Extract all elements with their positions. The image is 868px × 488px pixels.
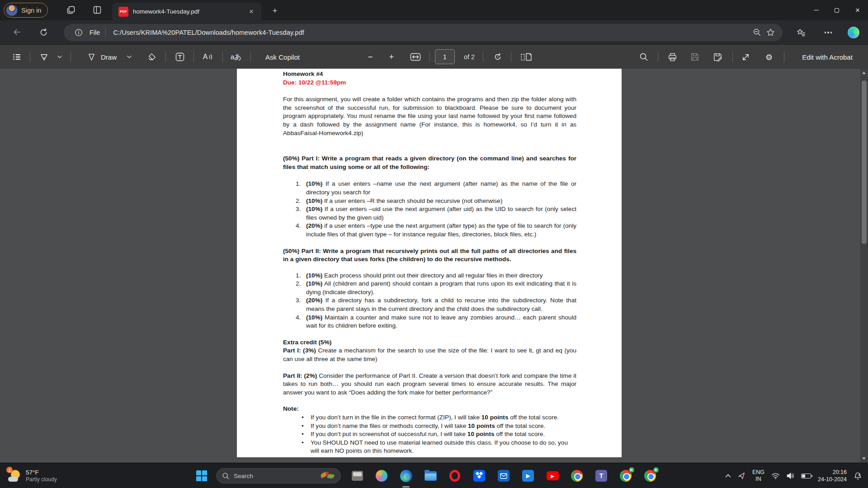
copilot-icon[interactable] — [846, 25, 861, 40]
zoom-out-page-icon[interactable] — [750, 26, 764, 39]
battery-icon[interactable] — [798, 467, 814, 485]
browser-menu-icon[interactable] — [821, 25, 835, 40]
taskbar-media-player-icon[interactable]: ▶ — [518, 466, 538, 486]
expand-icon[interactable] — [737, 50, 754, 64]
list-item: 2.(10%) If a user enters –R the search s… — [283, 197, 576, 206]
taskbar: 1 57°F Partly cloudy Search — [0, 463, 868, 488]
favorite-star-icon[interactable] — [764, 26, 777, 39]
list-item: 3.(20%) If a directory has a subdirector… — [283, 296, 576, 313]
back-icon[interactable] — [10, 25, 24, 39]
page-count-label: of 2 — [459, 50, 479, 64]
taskbar-youtube-icon[interactable]: ▶ — [542, 466, 562, 486]
notification-bell-icon[interactable] — [850, 467, 865, 485]
taskbar-app-window-icon[interactable] — [347, 466, 367, 486]
doc-note-heading: Note: — [283, 405, 576, 413]
zoom-out-icon[interactable]: − — [363, 50, 378, 64]
taskbar-edge-icon[interactable] — [396, 466, 416, 486]
fit-to-width-icon[interactable] — [407, 50, 424, 64]
location-arrow-icon[interactable] — [734, 467, 749, 485]
add-text-icon[interactable] — [172, 50, 188, 64]
print-icon[interactable] — [664, 50, 681, 64]
translate-icon[interactable]: aあ — [226, 50, 246, 64]
search-document-icon[interactable] — [636, 50, 652, 64]
taskbar-outlook-icon[interactable] — [494, 466, 514, 486]
edit-with-acrobat-button[interactable]: Edit with Acrobat — [792, 50, 863, 64]
scrollbar-thumb[interactable] — [862, 80, 867, 244]
address-url-text[interactable]: C:/Users/KRIMA%20PATEL/Downloads/homewor… — [113, 29, 750, 36]
ask-copilot-button[interactable]: Ask Copilot — [258, 50, 307, 64]
taskbar-opera-icon[interactable] — [445, 466, 465, 486]
search-placeholder: Search — [234, 473, 319, 479]
toolbar-divider — [71, 52, 71, 62]
highlighter-chevron-icon[interactable] — [53, 50, 66, 64]
refresh-icon[interactable] — [36, 25, 51, 39]
active-app-indicator — [402, 486, 410, 488]
language-indicator[interactable]: ENGIN — [749, 469, 768, 483]
window-minimize-button[interactable] — [806, 0, 826, 20]
pdf-viewer: Homework #4 Due: 10/22 @11:59pm For this… — [0, 69, 868, 463]
ellipsis-icon — [825, 32, 832, 33]
window-maximize-button[interactable] — [826, 0, 847, 20]
favorites-list-icon[interactable] — [794, 25, 808, 40]
address-scheme-label: File — [90, 29, 100, 36]
doc-title: Homework #4 — [283, 70, 576, 79]
toolbar-divider — [511, 52, 511, 62]
screen: Sign in PDF homework4-Tuesday.pdf × + × — [0, 0, 868, 488]
window-close-button[interactable]: × — [847, 0, 868, 20]
tab-close-icon[interactable]: × — [246, 6, 257, 17]
taskbar-dropbox-icon[interactable] — [469, 466, 489, 486]
tab-title: homework4-Tuesday.pdf — [133, 8, 246, 15]
taskbar-chrome-profile-k2-icon[interactable]: K — [640, 466, 660, 486]
sign-in-button[interactable]: Sign in — [4, 3, 48, 18]
window-controls: × — [806, 0, 868, 20]
list-item: 3.(10%) If a user enters –uid use the ne… — [283, 205, 576, 222]
wifi-icon[interactable] — [768, 467, 783, 485]
taskbar-search-input[interactable]: Search — [216, 468, 341, 483]
list-item: 4.(20%) if a user enters –type use the n… — [283, 222, 576, 239]
weather-widget[interactable]: 1 57°F Partly cloudy — [5, 466, 61, 486]
save-as-icon[interactable] — [709, 50, 726, 64]
draw-pen-icon — [87, 52, 96, 62]
draw-button[interactable]: Draw — [77, 50, 127, 64]
rotate-icon[interactable] — [489, 50, 506, 64]
page-info-icon[interactable] — [72, 26, 85, 39]
scroll-up-icon[interactable] — [862, 71, 866, 74]
zoom-in-icon[interactable]: + — [384, 50, 399, 64]
note-bullet: •You SHOULD NOT need to use material lea… — [283, 439, 576, 455]
taskbar-chrome-profile-k-icon[interactable]: K — [616, 466, 636, 486]
profile-avatar — [6, 5, 18, 16]
taskbar-clock[interactable]: 20:16 24-10-2024 — [814, 469, 850, 483]
settings-gear-icon[interactable]: ⚙ — [760, 50, 778, 64]
taskbar-copilot-icon[interactable] — [372, 466, 392, 486]
note-bullet: •If you don’t name the files or methods … — [283, 422, 576, 431]
document-content: Homework #4 Due: 10/22 @11:59pm For this… — [237, 69, 622, 455]
taskbar-teams-icon[interactable]: T — [591, 466, 611, 486]
scroll-down-icon[interactable] — [862, 457, 866, 460]
toolbar-divider — [193, 52, 194, 62]
toolbar-divider — [483, 52, 483, 62]
new-tab-button[interactable]: + — [269, 5, 281, 17]
toolbar-divider — [732, 52, 733, 62]
vertical-scrollbar[interactable] — [860, 69, 868, 463]
widget-badge: 1 — [6, 467, 13, 473]
volume-icon[interactable] — [783, 467, 798, 485]
tab-actions-icon[interactable] — [90, 2, 105, 18]
tab-homework4-pdf[interactable]: PDF homework4-Tuesday.pdf × — [112, 3, 261, 20]
workspaces-icon[interactable] — [63, 2, 79, 18]
doc-part2-list: 1.(10%) Each process should print out th… — [283, 272, 576, 330]
draw-chevron-icon[interactable] — [123, 50, 136, 64]
maximize-icon — [835, 8, 839, 13]
highlighter-icon[interactable] — [36, 50, 52, 64]
table-of-contents-icon[interactable] — [9, 50, 24, 64]
start-button[interactable] — [192, 466, 212, 486]
toolbar-divider — [429, 52, 430, 62]
eraser-icon[interactable] — [144, 50, 159, 64]
page-number-input[interactable] — [435, 49, 455, 64]
page-view-icon[interactable] — [516, 50, 536, 64]
address-bar[interactable]: File C:/Users/KRIMA%20PATEL/Downloads/ho… — [64, 24, 783, 41]
taskbar-chrome-icon[interactable] — [567, 466, 587, 486]
tray-chevron-up-icon[interactable] — [722, 467, 734, 485]
doc-due-date: Due: 10/22 @11:59pm — [283, 79, 576, 87]
read-aloud-icon[interactable]: A — [199, 50, 217, 64]
taskbar-file-explorer-icon[interactable] — [420, 466, 440, 486]
